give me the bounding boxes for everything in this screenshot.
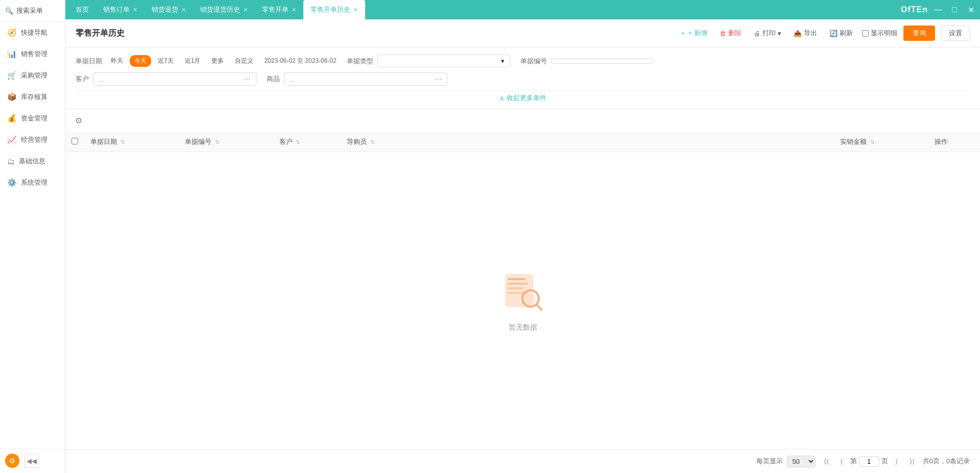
window-maximize-btn[interactable]: □ <box>948 4 961 16</box>
next-page-btn[interactable]: ⟩ <box>890 455 903 468</box>
top-nav: 首页销售订单✕销货退货✕销货退货历史✕零售开单✕零售开单历史✕ OfTEn — … <box>65 0 980 19</box>
delete-button[interactable]: 🗑 删除 <box>716 27 745 40</box>
column-settings-btn[interactable]: ⚙ <box>71 113 86 128</box>
sidebar-item-operations[interactable]: 📈经营管理 <box>0 129 65 151</box>
sidebar-item-basic[interactable]: 🗂基础信息 <box>0 151 65 172</box>
tab-label-sales-order: 销售订单 <box>103 5 130 14</box>
tab-sales-return-history[interactable]: 销货退货历史✕ <box>193 0 255 19</box>
doc-type-select[interactable]: ▾ <box>377 55 510 67</box>
last-page-btn[interactable]: ⟩⟩ <box>905 455 919 468</box>
tab-home[interactable]: 首页 <box>68 0 96 19</box>
tab-close-retail-open[interactable]: ✕ <box>292 7 296 13</box>
select-all-header <box>65 132 84 152</box>
doc-type-filter-group: 单据类型 ▾ <box>347 55 510 67</box>
tab-close-retail-open-history[interactable]: ✕ <box>353 7 358 13</box>
sidebar-item-system[interactable]: ⚙️系统管理 <box>0 172 65 193</box>
top-nav-actions: OfTEn — □ ✕ <box>901 4 977 16</box>
empty-state: 暂无数据 <box>65 152 980 449</box>
sort-guide-icon[interactable]: ⇅ <box>370 139 375 145</box>
query-button[interactable]: 查询 <box>903 26 935 41</box>
sidebar-item-sales[interactable]: 📊销售管理 <box>0 43 65 65</box>
sort-no-icon[interactable]: ⇅ <box>215 139 220 145</box>
date-btn-last30[interactable]: 近1月 <box>180 55 205 67</box>
window-close-btn[interactable]: ✕ <box>965 4 977 16</box>
filter-area: 单据日期 昨天 今天 近7天 近1月 更多 自定义 2023-06-02 至 2… <box>65 47 980 109</box>
date-btn-more[interactable]: 更多 <box>207 55 228 67</box>
page-prefix-label: 第 <box>850 457 857 466</box>
table-header: 单据日期 ⇅ 单据编号 ⇅ 客户 ⇅ 导购员 ⇅ <box>65 132 980 152</box>
window-minimize-btn[interactable]: — <box>932 4 944 16</box>
pagination-nav: ⟨⟨ ⟨ 第 页 ⟩ ⟩⟩ <box>820 455 919 468</box>
customer-input[interactable]: ... ⋯ <box>93 72 256 86</box>
date-btn-today[interactable]: 今天 <box>130 55 151 67</box>
customer-browse-btn[interactable]: ⋯ <box>244 75 251 83</box>
sidebar-item-purchase[interactable]: 🛒采购管理 <box>0 65 65 86</box>
svg-rect-1 <box>508 278 525 280</box>
date-btn-custom[interactable]: 自定义 <box>230 55 258 67</box>
add-button[interactable]: ＋ + 新增 <box>677 27 710 40</box>
tab-retail-open-history[interactable]: 零售开单历史✕ <box>303 0 365 19</box>
goods-input[interactable]: ... ⋯ <box>284 72 447 86</box>
tab-close-sales-return-history[interactable]: ✕ <box>243 7 248 13</box>
sidebar-item-finance[interactable]: 💰资金管理 <box>0 108 65 129</box>
tab-label-sales-return-history: 销货退货历史 <box>200 5 240 14</box>
svg-line-7 <box>536 304 541 310</box>
delete-icon: 🗑 <box>720 30 726 37</box>
export-icon: 📤 <box>794 30 802 37</box>
tab-sales-order[interactable]: 销售订单✕ <box>96 0 145 19</box>
collapse-filter-btn[interactable]: ∧ 收起更多条件 <box>76 91 970 105</box>
page-number-input[interactable] <box>859 456 879 467</box>
display-detail-toggle[interactable]: 显示明细 <box>862 29 897 38</box>
refresh-icon: 🔄 <box>829 30 838 37</box>
print-button[interactable]: 🖨 打印 ▾ <box>751 27 784 40</box>
prev-page-btn[interactable]: ⟨ <box>835 455 848 468</box>
table-container: ⚙ 单据日期 ⇅ 单据编号 ⇅ <box>65 109 980 449</box>
collapse-sidebar-btn[interactable]: ◀◀ <box>25 454 39 468</box>
settings-icon[interactable]: ⚙ <box>5 454 19 468</box>
date-btn-yesterday[interactable]: 昨天 <box>106 55 128 67</box>
per-page-select[interactable]: 50 10 20 100 <box>787 456 816 467</box>
sidebar-label-operations: 经营管理 <box>21 135 47 144</box>
content-area: 零售开单历史 ＋ + 新增 🗑 删除 🖨 打印 ▾ 📤 导出 <box>65 19 980 473</box>
sidebar-item-quick-nav[interactable]: 🧭快捷导航 <box>0 22 65 43</box>
sidebar-label-basic: 基础信息 <box>19 157 45 166</box>
customer-label: 客户 <box>76 74 89 84</box>
date-filter-group: 单据日期 昨天 今天 近7天 近1月 更多 自定义 2023-06-02 至 2… <box>76 55 337 67</box>
sort-customer-icon[interactable]: ⇅ <box>296 139 300 145</box>
display-detail-checkbox[interactable] <box>862 30 869 37</box>
doc-no-input[interactable] <box>551 59 653 64</box>
empty-text: 暂无数据 <box>509 323 537 332</box>
col-amount: 实销金额 ⇅ <box>834 132 928 152</box>
refresh-button[interactable]: 🔄 刷新 <box>826 27 856 40</box>
sidebar-label-system: 系统管理 <box>21 178 47 187</box>
filter-row-2: 客户 ... ⋯ 商品 ... ⋯ <box>76 72 970 86</box>
pagination: 每页显示 50 10 20 100 ⟨⟨ ⟨ 第 页 ⟩ ⟩⟩ 共0页，0条记录 <box>65 449 980 473</box>
doc-no-label: 单据编号 <box>520 57 547 66</box>
sidebar-icon-inventory: 📦 <box>7 92 17 102</box>
tab-sales-return[interactable]: 销货退货✕ <box>145 0 193 19</box>
col-customer: 客户 ⇅ <box>273 132 341 152</box>
tab-close-sales-return[interactable]: ✕ <box>181 7 186 13</box>
toolbar: ＋ + 新增 🗑 删除 🖨 打印 ▾ 📤 导出 🔄 <box>677 26 970 41</box>
empty-icon <box>497 269 548 315</box>
sort-amount-icon[interactable]: ⇅ <box>870 139 875 145</box>
date-label: 单据日期 <box>76 57 102 66</box>
sidebar-icon-finance: 💰 <box>7 114 17 123</box>
sort-date-icon[interactable]: ⇅ <box>121 139 125 145</box>
sidebar-search[interactable]: 🔍 搜索采单 <box>0 0 65 22</box>
date-btn-last7[interactable]: 近7天 <box>153 55 178 67</box>
tab-retail-open[interactable]: 零售开单✕ <box>255 0 303 19</box>
col-guide: 导购员 ⇅ <box>341 132 422 152</box>
svg-rect-2 <box>508 283 528 285</box>
goods-browse-btn[interactable]: ⋯ <box>435 75 442 83</box>
tab-label-retail-open-history: 零售开单历史 <box>310 5 350 14</box>
col-extra <box>422 132 834 152</box>
filter-settings-button[interactable]: 设置 <box>941 26 970 41</box>
sidebar-footer: ⚙ ◀◀ <box>0 448 65 473</box>
sidebar-item-inventory[interactable]: 📦库存核算 <box>0 86 65 108</box>
first-page-btn[interactable]: ⟨⟨ <box>820 455 833 468</box>
sidebar-label-purchase: 采购管理 <box>21 71 47 80</box>
export-button[interactable]: 📤 导出 <box>791 27 820 40</box>
select-all-checkbox[interactable] <box>71 138 78 144</box>
tab-close-sales-order[interactable]: ✕ <box>133 7 137 13</box>
